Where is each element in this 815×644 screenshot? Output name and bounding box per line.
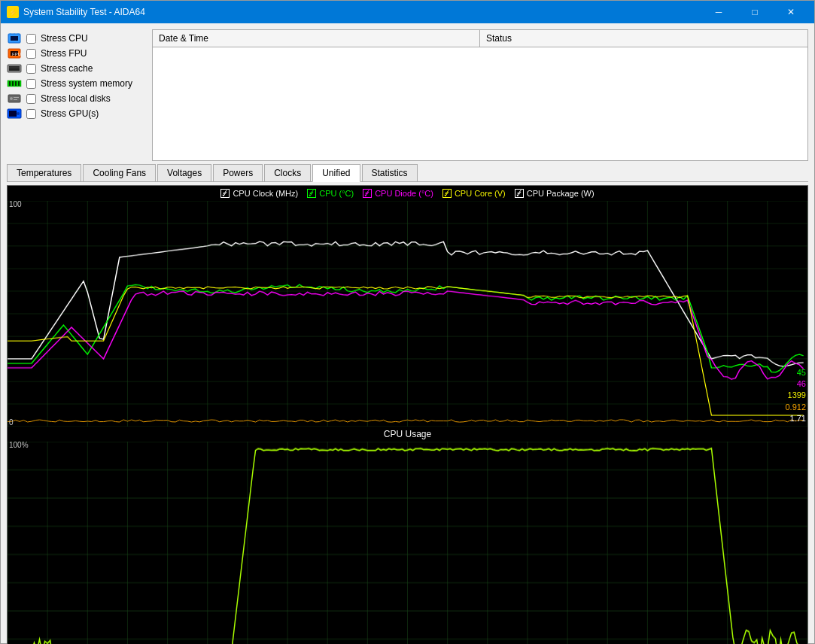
stress-gpu-checkbox[interactable]	[26, 109, 36, 119]
content-area: Stress CPU FPU Stress FPU Stress cache	[1, 23, 814, 644]
legend-cpu-clock-label: CPU Clock (MHz)	[233, 189, 298, 198]
graph2-canvas	[8, 442, 807, 644]
stress-cpu-item[interactable]: Stress CPU	[7, 32, 146, 44]
tab-powers[interactable]: Powers	[213, 164, 263, 181]
svg-rect-1	[11, 36, 18, 41]
legend-cpu-temp-label: CPU (°C)	[319, 189, 354, 198]
window-title: System Stability Test - AIDA64	[23, 7, 145, 17]
tab-unified[interactable]: Unified	[312, 164, 360, 182]
tab-voltages[interactable]: Voltages	[157, 164, 211, 181]
maximize-button[interactable]: □	[737, 1, 772, 23]
stress-cpu-label: Stress CPU	[41, 33, 88, 44]
legend-cpu-core-v-check: ✓	[442, 189, 452, 198]
tab-temperatures[interactable]: Temperatures	[7, 164, 81, 181]
stress-cache-label: Stress cache	[41, 63, 93, 74]
stress-memory-label: Stress system memory	[41, 78, 132, 89]
graph2-wrapper: CPU Usage 100% 0% 3%	[8, 427, 807, 644]
graph2-title-text: CPU Usage	[384, 429, 431, 439]
svg-rect-19	[14, 99, 17, 100]
graph2-canvas-area: 100% 0% 3%	[8, 442, 807, 644]
log-panel: Date & Time Status	[152, 29, 808, 161]
svg-rect-13	[12, 81, 14, 86]
stress-disk-label: Stress local disks	[41, 93, 111, 104]
svg-rect-14	[15, 81, 17, 86]
cache-icon	[7, 62, 22, 74]
stress-options: Stress CPU FPU Stress FPU Stress cache	[7, 29, 146, 161]
legend-cpu-core-v[interactable]: ✓ CPU Core (V)	[442, 189, 506, 198]
minimize-button[interactable]: ─	[701, 1, 736, 23]
tab-clocks[interactable]: Clocks	[264, 164, 311, 181]
memory-icon	[7, 77, 22, 90]
disk-icon	[7, 93, 22, 105]
stress-gpu-item[interactable]: Stress GPU(s)	[7, 108, 146, 120]
stress-cpu-checkbox[interactable]	[26, 34, 36, 44]
legend-cpu-package-check: ✓	[515, 189, 524, 198]
stress-memory-checkbox[interactable]	[26, 79, 36, 89]
log-col-status: Status	[480, 30, 807, 47]
svg-text:FPU: FPU	[12, 52, 21, 56]
fpu-icon: FPU	[7, 47, 22, 59]
stress-memory-item[interactable]: Stress system memory	[7, 77, 146, 90]
svg-rect-15	[18, 81, 20, 86]
stress-fpu-label: Stress FPU	[41, 48, 87, 59]
graph1-canvas	[8, 201, 807, 427]
window-close-button[interactable]: ✕	[774, 1, 808, 23]
legend-cpu-diode-label: CPU Diode (°C)	[375, 189, 433, 198]
log-col-datetime: Date & Time	[153, 30, 480, 47]
svg-rect-12	[9, 81, 11, 86]
graph1-canvas-area: 100 0 45 46 1399 0.912 1.71	[8, 201, 807, 427]
svg-point-22	[17, 112, 20, 115]
title-bar-left: ⚡ System Stability Test - AIDA64	[7, 6, 145, 18]
graph1-legend: ✓ CPU Clock (MHz) ✓ CPU (°C) ✓ CPU Diode…	[8, 186, 807, 201]
legend-cpu-clock[interactable]: ✓ CPU Clock (MHz)	[220, 189, 298, 198]
cpu-icon	[7, 32, 22, 44]
tabs-row: Temperatures Cooling Fans Voltages Power…	[7, 164, 808, 182]
svg-rect-18	[14, 97, 19, 98]
log-header: Date & Time Status	[153, 30, 807, 47]
stress-cache-item[interactable]: Stress cache	[7, 62, 146, 74]
legend-cpu-core-v-label: CPU Core (V)	[455, 189, 506, 198]
legend-cpu-package[interactable]: ✓ CPU Package (W)	[515, 189, 595, 198]
stress-fpu-item[interactable]: FPU Stress FPU	[7, 47, 146, 59]
main-window: ⚡ System Stability Test - AIDA64 ─ □ ✕ S…	[0, 0, 815, 644]
legend-cpu-clock-check: ✓	[220, 189, 230, 198]
legend-cpu-diode[interactable]: ✓ CPU Diode (°C)	[363, 189, 433, 198]
stress-fpu-checkbox[interactable]	[26, 49, 36, 59]
stress-disk-item[interactable]: Stress local disks	[7, 93, 146, 105]
legend-cpu-diode-check: ✓	[363, 189, 372, 198]
tab-cooling[interactable]: Cooling Fans	[83, 164, 156, 181]
top-section: Stress CPU FPU Stress FPU Stress cache	[7, 29, 808, 161]
svg-rect-9	[9, 66, 20, 71]
graph2-title: CPU Usage	[8, 427, 807, 442]
stress-disk-checkbox[interactable]	[26, 94, 36, 104]
title-bar-controls: ─ □ ✕	[701, 1, 808, 23]
stress-gpu-label: Stress GPU(s)	[41, 108, 99, 119]
stress-cache-checkbox[interactable]	[26, 64, 36, 74]
legend-cpu-temp-check: ✓	[307, 189, 316, 198]
legend-cpu-temp[interactable]: ✓ CPU (°C)	[307, 189, 354, 198]
legend-cpu-package-label: CPU Package (W)	[527, 189, 595, 198]
log-rows	[153, 47, 807, 160]
app-icon: ⚡	[7, 6, 19, 18]
gpu-icon	[7, 108, 22, 120]
tab-statistics[interactable]: Statistics	[362, 164, 418, 181]
svg-rect-21	[9, 111, 17, 117]
title-bar: ⚡ System Stability Test - AIDA64 ─ □ ✕	[1, 1, 814, 23]
graphs-area: ✓ CPU Clock (MHz) ✓ CPU (°C) ✓ CPU Diode…	[7, 185, 808, 644]
graph1-wrapper: ✓ CPU Clock (MHz) ✓ CPU (°C) ✓ CPU Diode…	[8, 186, 807, 427]
svg-point-17	[10, 97, 13, 100]
